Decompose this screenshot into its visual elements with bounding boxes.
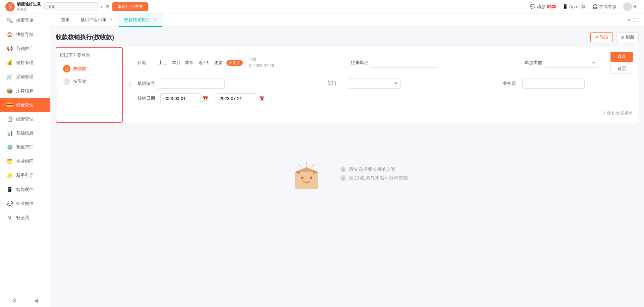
collapse-more-button[interactable]: 《 收起更多条件 xyxy=(601,110,633,116)
tab-receive-writeoff-close[interactable]: ✕ xyxy=(152,17,157,22)
sales-icon: 💰 xyxy=(7,60,13,66)
refresh-button[interactable]: ↺ 刷新 xyxy=(616,32,639,42)
solution-button[interactable]: 体验行业方案 xyxy=(112,2,148,11)
online-service-label: 在线客服 xyxy=(599,4,616,10)
basic-icon: 📊 xyxy=(7,130,13,136)
purchase-icon: 🛒 xyxy=(7,74,13,80)
export-button[interactable]: ↗ 导出 xyxy=(590,32,613,42)
page-header: 收款核销执行(按收款) ↗ 导出 ↺ 刷新 xyxy=(56,32,639,42)
tab-receive-writeoff[interactable]: 收款核销执行 ✕ xyxy=(119,13,162,27)
partner-label: 往来单位 xyxy=(351,60,368,66)
filter-option-by-receipt[interactable]: 💰 按收款 xyxy=(60,62,119,75)
sidebar: 🔍 搜索菜单 🏠 快捷导航 📢 营销推广 💰 销售管理 🛒 采购管理 📦 库存核… xyxy=(0,13,50,307)
topbar-dropdown-icon[interactable]: ▾ xyxy=(101,4,103,9)
filter-field-date: 日期 上月 本月 本年 近7天 更多 自定义 xyxy=(138,57,274,69)
sidebar-item-basic[interactable]: 📊 基础信息 xyxy=(0,126,50,140)
writeoff-start-calendar-icon[interactable]: 📅 xyxy=(203,96,208,101)
sidebar-item-marketing[interactable]: 📢 营销推广 xyxy=(0,42,50,56)
tab-prepay-close[interactable]: ✕ xyxy=(109,17,113,22)
action-btns: 查询 设置 xyxy=(610,52,633,74)
query-button[interactable]: 查询 xyxy=(610,52,633,62)
filter-row-3: 核销日期 📅 — 📅 xyxy=(138,93,633,103)
writeoff-date-start[interactable] xyxy=(160,93,201,103)
date-shortcut-more[interactable]: 更多 xyxy=(213,59,224,66)
guide-icon: 🌟 xyxy=(7,172,13,178)
tab-close-all-icon[interactable]: ✕ xyxy=(627,17,631,23)
sidebar-collapse-icon[interactable]: ◀ xyxy=(34,297,38,304)
sidebar-item-purchase[interactable]: 🛒 采购管理 xyxy=(0,70,50,84)
doc-type-select[interactable] xyxy=(545,58,598,68)
topbar-search-input[interactable] xyxy=(44,2,98,11)
date-shortcuts: 上月 本月 本年 近7天 更多 自定义 xyxy=(157,59,243,66)
user-info[interactable]: Rit xyxy=(623,2,639,11)
staff-input[interactable] xyxy=(522,79,585,89)
writeoff-date-end[interactable] xyxy=(217,93,257,103)
sidebar-item-member[interactable]: V 畅会员 xyxy=(0,211,50,225)
filter-option-by-receivable[interactable]: 🕐 按应收 xyxy=(60,75,119,88)
sidebar-item-quick-nav[interactable]: 🏠 快捷导航 xyxy=(0,28,50,42)
partner-more-icon[interactable]: ··· xyxy=(441,59,448,66)
date-shortcut-this-year[interactable]: 本年 xyxy=(184,59,195,66)
main-layout: 🔍 搜索菜单 🏠 快捷导航 📢 营销推广 💰 销售管理 🛒 采购管理 📦 库存核… xyxy=(0,13,644,307)
sidebar-item-search[interactable]: 🔍 搜索菜单 xyxy=(0,13,50,28)
online-service-item[interactable]: 🎧 在线客服 xyxy=(592,4,616,10)
doc-no-input[interactable] xyxy=(158,79,225,89)
date-shortcut-this-month[interactable]: 本月 xyxy=(170,59,182,66)
sidebar-item-guide[interactable]: 🌟 新手引导 xyxy=(0,168,50,183)
date-custom-tag[interactable]: 自定义 xyxy=(226,60,243,66)
staff-more-icon[interactable]: ··· xyxy=(587,80,594,87)
sidebar-item-sales[interactable]: 💰 销售管理 xyxy=(0,56,50,70)
tab-prepay[interactable]: 预付冲应付单 ✕ xyxy=(75,13,119,27)
headset-icon: 🎧 xyxy=(592,4,598,9)
empty-hint-1: 1 请先选择要分析的方案 xyxy=(340,166,408,172)
filter-panel-wrapper: 按以下方案查询 💰 按收款 🕐 按应收 《 xyxy=(56,47,639,123)
app-download-label: App下载 xyxy=(569,4,586,10)
tab-home[interactable]: 首页 xyxy=(56,13,75,27)
sidebar-label-sales: 销售管理 xyxy=(16,60,34,66)
dept-select[interactable] xyxy=(347,79,400,89)
hint-text-1: 请先选择要分析的方案 xyxy=(349,166,396,172)
settings-button[interactable]: 设置 xyxy=(610,64,633,74)
export-label: 导出 xyxy=(600,34,608,40)
messages-badge: 99+ xyxy=(547,5,556,8)
sidebar-item-system[interactable]: ⚙️ 系统管理 xyxy=(0,140,50,154)
messages-item[interactable]: 💬 消息 99+ xyxy=(530,4,556,10)
dept-label: 部门 xyxy=(327,81,344,87)
user-avatar xyxy=(623,2,632,11)
tab-fullscreen-icon[interactable]: ⛶ xyxy=(634,17,639,23)
filter-field-writeoff-date: 核销日期 📅 — 📅 xyxy=(138,93,265,103)
by-receipt-label: 按收款 xyxy=(73,66,86,72)
writeoff-date-label: 核销日期 xyxy=(138,95,158,101)
sidebar-item-smart[interactable]: 📱 智能硬件 xyxy=(0,183,50,197)
empty-illustration xyxy=(286,154,327,194)
topbar-gear-icon[interactable]: ⚙ xyxy=(105,4,110,9)
empty-hints: 1 请先选择要分析的方案 2 用[过滤]条件来缩小分析范围 xyxy=(340,166,408,181)
filter-panel-title: 按以下方案查询 xyxy=(60,52,119,58)
sidebar-settings-icon[interactable]: ⚙ xyxy=(12,297,17,304)
app-download-item[interactable]: 📱 App下载 xyxy=(562,4,586,10)
date-dash: — xyxy=(210,96,215,101)
partner-input[interactable] xyxy=(371,58,438,68)
system-icon: ⚙️ xyxy=(7,144,13,150)
sidebar-item-enterprise[interactable]: 🗂️ 企业协同 xyxy=(0,154,50,168)
refresh-label: 刷新 xyxy=(626,34,634,40)
sidebar-label-basic: 基础信息 xyxy=(16,130,34,136)
date-shortcut-last-month[interactable]: 上月 xyxy=(157,59,168,66)
sidebar-item-wechat[interactable]: 💬 企业微信 xyxy=(0,197,50,211)
svg-line-8 xyxy=(312,164,315,167)
svg-point-4 xyxy=(301,176,304,179)
by-receivable-label: 按应收 xyxy=(73,79,86,85)
sidebar-item-inventory[interactable]: 📦 库存核算 xyxy=(0,84,50,98)
date-shortcut-7days[interactable]: 近7天 xyxy=(197,59,211,66)
filter-collapse-sidebar-btn[interactable]: 《 xyxy=(125,47,132,123)
sidebar-label-search: 搜索菜单 xyxy=(16,17,34,23)
sidebar-item-finance[interactable]: 💳 资金管理 xyxy=(0,98,50,112)
wechat-icon: 💬 xyxy=(7,201,13,207)
writeoff-end-calendar-icon[interactable]: 📅 xyxy=(259,96,265,101)
staff-label: 业务员 xyxy=(503,81,520,87)
sidebar-label-marketing: 营销推广 xyxy=(16,46,34,52)
collapse-more-icon: 《 xyxy=(601,110,606,116)
sidebar-item-business[interactable]: 📋 经营管理 xyxy=(0,112,50,126)
sidebar-label-enterprise: 企业协同 xyxy=(16,158,34,164)
tab-prepay-label: 预付冲应付单 xyxy=(80,17,107,23)
